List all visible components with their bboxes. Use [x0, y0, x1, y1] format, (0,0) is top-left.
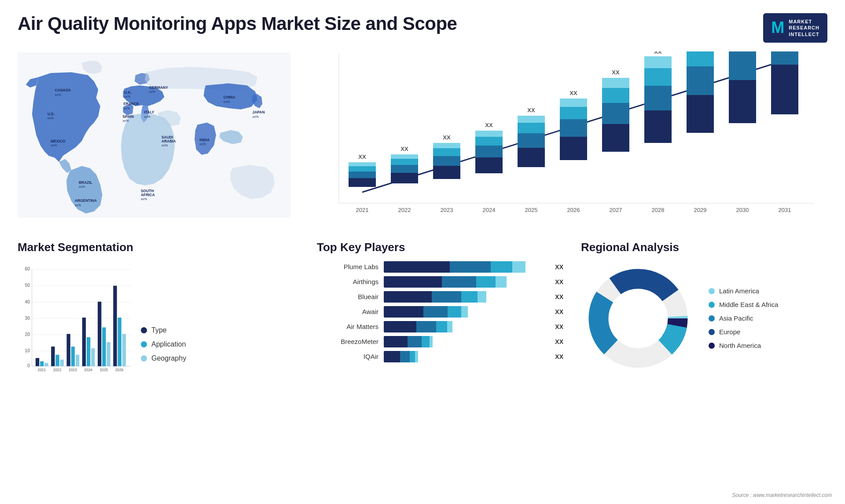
growth-chart: XX 2021 XX 2022 XX 2023 XX 2024: [308, 51, 823, 227]
player-bar-breezometer: [384, 336, 546, 347]
player-bar-plume: [384, 261, 546, 273]
legend-type: Type: [141, 326, 186, 334]
svg-text:2024: 2024: [84, 368, 92, 372]
svg-rect-63: [349, 172, 376, 178]
svg-rect-87: [518, 133, 545, 148]
svg-rect-145: [71, 347, 75, 366]
donut-chart: [581, 261, 695, 376]
logo: M MARKET RESEARCH INTELLECT: [763, 13, 827, 43]
svg-text:xx%: xx%: [55, 93, 62, 97]
svg-rect-92: [560, 137, 587, 160]
svg-rect-83: [475, 131, 503, 137]
svg-rect-95: [560, 99, 587, 107]
player-bar-blueair: [384, 291, 546, 303]
legend-dot-application: [141, 341, 147, 347]
svg-text:2031: 2031: [779, 207, 791, 213]
svg-rect-152: [98, 302, 101, 366]
svg-text:XX: XX: [654, 51, 662, 55]
svg-rect-144: [66, 334, 70, 366]
svg-rect-156: [113, 286, 117, 366]
svg-rect-137: [40, 361, 44, 366]
svg-text:30: 30: [25, 316, 30, 321]
svg-rect-77: [433, 143, 460, 148]
svg-rect-75: [433, 156, 460, 166]
svg-text:XX: XX: [358, 153, 366, 160]
regional-legend: Latin America Middle East & Africa Asia …: [709, 287, 778, 349]
svg-rect-138: [44, 363, 48, 366]
map-label-france: FRANCE: [123, 102, 139, 106]
svg-rect-86: [518, 148, 545, 167]
players-title: Top Key Players: [317, 241, 563, 254]
seg-chart-wrapper: 60 50 40 30 20 10 0: [18, 261, 290, 376]
regional-content: Latin America Middle East & Africa Asia …: [581, 261, 823, 376]
svg-text:2023: 2023: [69, 368, 77, 372]
map-label-italy: ITALY: [144, 110, 154, 114]
svg-text:2030: 2030: [736, 207, 749, 213]
svg-rect-81: [475, 146, 503, 157]
svg-text:xx%: xx%: [75, 203, 81, 207]
svg-text:xx%: xx%: [141, 197, 147, 201]
map-section: CANADA xx% U.S. xx% MEXICO xx% BRAZIL xx…: [9, 47, 299, 232]
svg-rect-101: [602, 78, 629, 88]
svg-text:xx%: xx%: [123, 119, 129, 123]
header: Air Quality Monitoring Apps Market Size …: [0, 0, 845, 47]
svg-text:XX: XX: [612, 69, 620, 76]
segmentation-section: Market Segmentation 60 50 40 30 20 10 0: [9, 232, 299, 478]
svg-rect-68: [391, 173, 418, 183]
svg-text:2025: 2025: [100, 368, 108, 372]
player-row: BreezoMeter XX: [317, 336, 563, 347]
svg-rect-69: [391, 165, 418, 173]
bar-chart-section: XX 2021 XX 2022 XX 2023 XX 2024: [299, 47, 836, 232]
reg-legend-europe: Europe: [709, 328, 778, 336]
svg-text:2025: 2025: [525, 207, 538, 213]
svg-rect-76: [433, 148, 460, 156]
svg-text:2027: 2027: [610, 207, 622, 213]
source-text: Source : www.marketresearchintellect.com: [732, 492, 832, 498]
svg-rect-64: [349, 166, 376, 172]
svg-rect-117: [771, 65, 798, 114]
svg-text:xx%: xx%: [199, 142, 206, 146]
source-container: Source : www.marketresearchintellect.com: [732, 491, 832, 499]
map-label-canada: CANADA: [55, 88, 71, 92]
svg-text:2028: 2028: [652, 207, 665, 213]
svg-rect-105: [644, 86, 672, 110]
player-bar-iqair: [384, 351, 546, 362]
svg-text:ARABIA: ARABIA: [162, 139, 176, 143]
legend-geography: Geography: [141, 354, 186, 362]
svg-rect-94: [560, 107, 587, 119]
svg-rect-149: [87, 337, 90, 366]
svg-rect-148: [82, 318, 86, 366]
player-bar-airthings: [384, 276, 546, 288]
legend-application: Application: [141, 340, 186, 348]
svg-rect-146: [76, 355, 79, 366]
players-list: Plume Labs XX Airthings: [317, 261, 563, 362]
svg-rect-107: [644, 56, 672, 68]
svg-rect-142: [60, 360, 64, 366]
map-label-uk: U.K.: [124, 90, 132, 95]
reg-legend-north-america: North America: [709, 342, 778, 349]
svg-text:xx%: xx%: [79, 185, 85, 189]
regional-section: Regional Analysis: [572, 232, 836, 478]
map-label-us: U.S.: [48, 112, 55, 116]
svg-text:xx%: xx%: [253, 114, 259, 118]
map-label-mexico: MEXICO: [51, 139, 66, 143]
svg-rect-82: [475, 137, 503, 146]
player-row: Air Matters XX: [317, 321, 563, 332]
player-row: Airthings XX: [317, 276, 563, 288]
legend-dot-type: [141, 327, 147, 333]
map-label-japan: JAPAN: [253, 110, 265, 114]
player-row: Awair XX: [317, 306, 563, 318]
reg-legend-asia: Asia Pacific: [709, 314, 778, 322]
svg-text:xx%: xx%: [144, 114, 151, 118]
svg-text:2021: 2021: [356, 207, 369, 213]
svg-rect-106: [644, 68, 672, 86]
svg-text:xx%: xx%: [48, 116, 54, 120]
player-bar-awair: [384, 306, 546, 318]
svg-rect-150: [91, 348, 95, 366]
svg-text:XX: XX: [443, 134, 451, 141]
svg-text:XX: XX: [569, 90, 577, 96]
svg-text:AFRICA: AFRICA: [141, 193, 155, 197]
map-label-brazil: BRAZIL: [79, 180, 92, 185]
player-bar-airmatters: [384, 321, 546, 332]
player-row: Blueair XX: [317, 291, 563, 303]
